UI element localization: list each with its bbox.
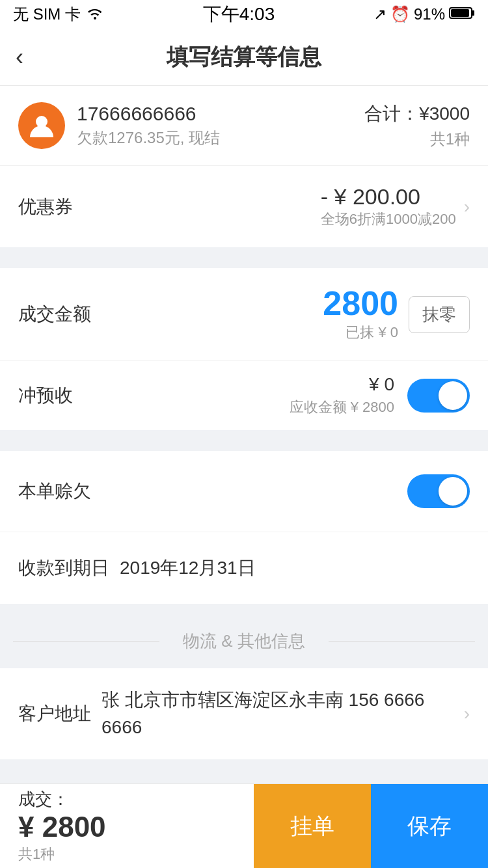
total-count: 共1种 xyxy=(364,129,470,150)
chevron-right-icon: › xyxy=(464,197,470,217)
duedate-value: 2019年12月31日 xyxy=(120,556,256,580)
debt-row: 本单赊欠 xyxy=(0,451,488,532)
divider-line-left xyxy=(13,641,159,642)
back-button[interactable]: ‹ xyxy=(16,44,23,71)
logistics-divider: 物流 & 其他信息 xyxy=(0,614,488,668)
amount-row: 成交金额 2800 已抹 ¥ 0 抹零 xyxy=(0,268,488,360)
avatar xyxy=(18,102,65,149)
sim-indicator: 无 SIM 卡 xyxy=(13,4,81,25)
battery-icon xyxy=(449,5,475,23)
prepay-label: 冲预收 xyxy=(18,383,73,408)
prepay-sub: 应收金额 ¥ 2800 xyxy=(290,398,394,417)
bottom-deal-count: 共1种 xyxy=(18,845,236,864)
battery-text: 91% xyxy=(414,5,445,23)
bottom-btns: 挂单 保存 xyxy=(254,784,488,868)
prepay-amount-block: ¥ 0 应收金额 ¥ 2800 xyxy=(290,374,394,417)
prepay-toggle-knob xyxy=(439,381,467,410)
coupon-amount: - ¥ 200.00 xyxy=(321,184,456,210)
round-button[interactable]: 抹零 xyxy=(409,296,470,333)
bottom-left: 成交： ¥ 2800 共1种 xyxy=(0,788,254,864)
transaction-sub: 已抹 ¥ 0 xyxy=(323,323,398,342)
svg-rect-1 xyxy=(472,10,474,16)
section-divider-2 xyxy=(0,441,488,451)
svg-rect-2 xyxy=(451,9,469,17)
section-divider xyxy=(0,258,488,268)
wifi-icon xyxy=(86,5,104,23)
divider-line-right xyxy=(329,641,475,642)
total-amount: 合计：¥3000 xyxy=(364,102,470,126)
coupon-right: - ¥ 200.00 全场6折满1000减200 › xyxy=(321,184,470,229)
alarm-icon: ⏰ xyxy=(390,5,410,23)
transaction-label: 成交金额 xyxy=(18,302,91,327)
coupon-label: 优惠券 xyxy=(18,195,73,219)
debt-label: 本单赊欠 xyxy=(18,479,91,504)
save-button[interactable]: 保存 xyxy=(371,784,488,868)
nav-bar: ‹ 填写结算等信息 xyxy=(0,29,488,86)
user-phone: 17666666666 xyxy=(77,103,220,125)
bottom-deal-label: 成交： xyxy=(18,788,236,811)
status-time: 下午4:03 xyxy=(203,2,275,27)
address-chevron-icon: › xyxy=(464,703,470,724)
transaction-amount: 2800 xyxy=(323,286,398,320)
user-left: 17666666666 欠款1276.35元, 现结 xyxy=(18,102,220,149)
duedate-label: 收款到期日 xyxy=(18,556,109,580)
debt-toggle-knob xyxy=(439,477,467,506)
address-value: 张 北京市市辖区海淀区永丰南 156 6666 6666 xyxy=(102,686,454,741)
user-right: 合计：¥3000 共1种 xyxy=(364,102,470,150)
debt-card: 本单赊欠 收款到期日 2019年12月31日 xyxy=(0,451,488,604)
coupon-row[interactable]: 优惠券 - ¥ 200.00 全场6折满1000减200 › xyxy=(0,165,488,247)
user-info-text: 17666666666 欠款1276.35元, 现结 xyxy=(77,103,220,148)
user-info-card: 17666666666 欠款1276.35元, 现结 合计：¥3000 共1种 … xyxy=(0,86,488,247)
bottom-bar: 成交： ¥ 2800 共1种 挂单 保存 xyxy=(0,783,488,868)
logistics-text: 物流 & 其他信息 xyxy=(183,630,305,653)
content: 17666666666 欠款1276.35元, 现结 合计：¥3000 共1种 … xyxy=(0,86,488,868)
status-right: ↗ ⏰ 91% xyxy=(373,5,475,23)
bottom-deal-amount: ¥ 2800 xyxy=(18,811,236,843)
address-card: 客户地址 张 北京市市辖区海淀区永丰南 156 6666 6666 › xyxy=(0,668,488,759)
prepay-toggle[interactable] xyxy=(407,379,470,413)
prepay-row: 冲预收 ¥ 0 应收金额 ¥ 2800 xyxy=(0,360,488,430)
address-row[interactable]: 客户地址 张 北京市市辖区海淀区永丰南 156 6666 6666 › xyxy=(0,668,488,759)
user-sub: 欠款1276.35元, 现结 xyxy=(77,128,220,148)
prepay-right: ¥ 0 应收金额 ¥ 2800 xyxy=(290,374,470,417)
debt-toggle[interactable] xyxy=(407,474,470,508)
location-icon: ↗ xyxy=(373,5,386,23)
duedate-row: 收款到期日 2019年12月31日 xyxy=(0,532,488,604)
amount-right: 2800 已抹 ¥ 0 抹零 xyxy=(323,286,470,342)
amount-value-block: 2800 已抹 ¥ 0 xyxy=(323,286,398,342)
page-title: 填写结算等信息 xyxy=(167,42,321,72)
user-info-row: 17666666666 欠款1276.35元, 现结 合计：¥3000 共1种 xyxy=(0,86,488,165)
pending-button[interactable]: 挂单 xyxy=(254,784,371,868)
address-label: 客户地址 xyxy=(18,701,91,726)
transaction-card: 成交金额 2800 已抹 ¥ 0 抹零 冲预收 ¥ 0 应收金额 ¥ 2800 xyxy=(0,268,488,430)
prepay-amount: ¥ 0 xyxy=(290,374,394,395)
status-left: 无 SIM 卡 xyxy=(13,4,104,25)
coupon-desc: 全场6折满1000减200 xyxy=(321,210,456,229)
status-bar: 无 SIM 卡 下午4:03 ↗ ⏰ 91% xyxy=(0,0,488,29)
